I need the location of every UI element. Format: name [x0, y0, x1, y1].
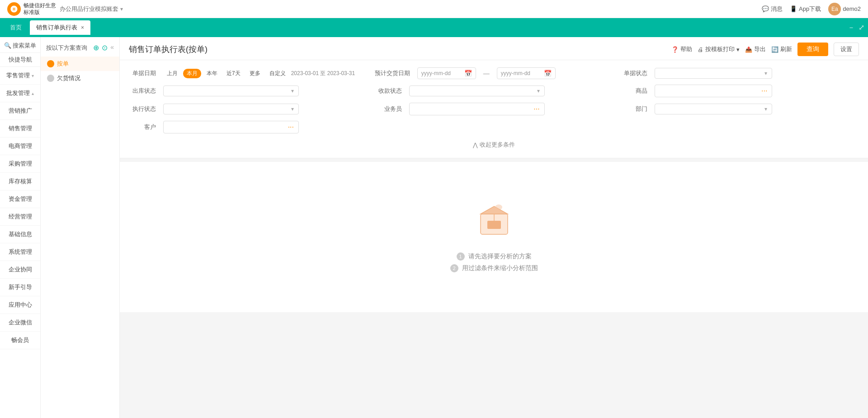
empty-state: 1 请先选择要分析的方案 2 用过滤条件来缩小分析范围: [120, 162, 868, 312]
more-icon[interactable]: ···: [761, 87, 767, 95]
filter-row-4: 客户 ···: [129, 121, 859, 133]
query-button[interactable]: 查询: [797, 43, 828, 56]
page-title: 销售订单执行表(按单): [129, 44, 208, 55]
tab-sales-exec[interactable]: 销售订单执行表 ×: [30, 20, 90, 35]
sidebar-item-finance[interactable]: 资金管理: [0, 190, 40, 208]
tab-home[interactable]: 首页: [4, 20, 28, 35]
filter-group-payment: 收款状态 ▾: [375, 86, 613, 96]
doc-status-select[interactable]: ▾: [655, 68, 772, 79]
export-icon: 📤: [745, 46, 752, 53]
user-nav-item[interactable]: Ea demo2: [828, 3, 861, 15]
avatar: Ea: [828, 3, 841, 15]
date-to-placeholder: yyyy-mm-dd: [501, 70, 530, 76]
date-tab-lastmonth[interactable]: 上月: [163, 69, 181, 78]
top-bar-left: 畅捷信好生意 标准版 办公用品行业模拟账套 ▾: [7, 2, 123, 16]
date-tab-thismonth[interactable]: 本月: [183, 69, 201, 78]
sidebar-item-ecommerce[interactable]: 电商管理: [0, 138, 40, 155]
filter-group-date: 单据日期 上月 本月 本年 近7天 更多 自定义 2023-03-01 至 20…: [129, 69, 368, 78]
breadcrumb[interactable]: 办公用品行业模拟账套 ▾: [60, 5, 123, 13]
export-button[interactable]: 📤 导出: [745, 45, 766, 53]
date-tab-more[interactable]: 更多: [246, 69, 264, 78]
tab-bar-actions: － ⤢: [848, 23, 864, 33]
exec-status-select[interactable]: ▾: [163, 104, 299, 114]
sidebar-item-purchase[interactable]: 采购管理: [0, 155, 40, 173]
salesperson-select[interactable]: ···: [409, 103, 545, 115]
help-button[interactable]: ❓ 帮助: [671, 45, 692, 53]
sidebar-item-basic[interactable]: 基础信息: [0, 226, 40, 243]
chevron-icon: ▾: [32, 73, 34, 78]
sidebar-item-inventory[interactable]: 库存核算: [0, 173, 40, 190]
app-download-nav-item[interactable]: 📱 App下载: [790, 5, 821, 13]
sidebar-item-retail[interactable]: 零售管理 ▾: [0, 67, 40, 85]
chevron-down-icon: ▾: [291, 88, 294, 94]
exec-label: 执行状态: [129, 105, 156, 113]
sidebar-item-appstore[interactable]: 应用中心: [0, 296, 40, 314]
collapse-button[interactable]: ⋀ 收起更多条件: [129, 139, 859, 151]
goods-label: 商品: [620, 87, 647, 95]
maximize-icon[interactable]: ⤢: [859, 23, 864, 33]
help-icon: ❓: [671, 46, 679, 53]
sidebar-item-newbie[interactable]: 新手引导: [0, 279, 40, 296]
goods-select[interactable]: ···: [655, 85, 772, 97]
svg-rect-2: [487, 221, 501, 229]
predict-date-to-input[interactable]: yyyy-mm-dd 📅: [497, 67, 556, 79]
date-tab-custom[interactable]: 自定义: [266, 69, 289, 78]
settings-scheme-icon[interactable]: ⊙: [102, 43, 108, 52]
sidebar-search[interactable]: 🔍 搜索菜单: [0, 37, 40, 53]
sidebar-item-member[interactable]: 畅会员: [0, 332, 40, 349]
dept-select[interactable]: ▾: [655, 104, 772, 114]
top-bar: 畅捷信好生意 标准版 办公用品行业模拟账套 ▾ 💬 消息 📱 App下载 Ea …: [0, 0, 868, 18]
date-separator: —: [483, 70, 490, 77]
sidebar-item-operation[interactable]: 经营管理: [0, 208, 40, 226]
filter-group-doc-status: 单据状态 ▾: [620, 68, 859, 79]
date-tabs: 上月 本月 本年 近7天 更多 自定义: [163, 69, 289, 78]
sidebar-item-enterprise[interactable]: 企业协同: [0, 261, 40, 279]
sidebar-item-sales[interactable]: 销售管理: [0, 120, 40, 138]
filter-group-salesperson: 业务员 ···: [375, 103, 613, 115]
more-icon-3[interactable]: ···: [288, 123, 294, 131]
predict-date-label: 预计交货日期: [375, 69, 410, 77]
message-icon: 💬: [762, 5, 769, 12]
settings-button[interactable]: 设置: [834, 43, 859, 56]
sidebar-quicknav[interactable]: 快捷导航: [0, 53, 40, 67]
date-range-display: 2023-03-01 至 2023-03-31: [291, 70, 355, 77]
chevron-down-icon: ▾: [120, 6, 123, 12]
left-panel-item-debt[interactable]: 欠货情况: [41, 71, 119, 86]
collapse-panel-icon[interactable]: «: [110, 43, 114, 52]
date-tab-7days[interactable]: 近7天: [223, 69, 244, 78]
add-scheme-icon[interactable]: ⊕: [93, 43, 99, 52]
sidebar-item-marketing[interactable]: 营销推广: [0, 102, 40, 120]
print-button[interactable]: 🖨 按模板打印 ▾: [698, 45, 740, 53]
date-label: 单据日期: [129, 69, 156, 77]
minimize-icon[interactable]: －: [848, 23, 855, 33]
chevron-down-icon: ▾: [537, 88, 540, 94]
outbound-status-select[interactable]: ▾: [163, 86, 299, 96]
title-actions: ❓ 帮助 🖨 按模板打印 ▾ 📤 导出 🔄 刷新: [671, 43, 859, 56]
active-dot: [47, 60, 54, 67]
sidebar-item-wechat[interactable]: 企业微信: [0, 314, 40, 332]
date-tab-thisyear[interactable]: 本年: [203, 69, 221, 78]
close-icon[interactable]: ×: [81, 24, 84, 31]
sidebar-item-wholesale[interactable]: 批发管理 ▴: [0, 85, 40, 102]
salesperson-label: 业务员: [375, 105, 402, 113]
message-nav-item[interactable]: 💬 消息: [762, 5, 783, 13]
left-panel-item-anpress[interactable]: 按单: [41, 57, 119, 71]
date-tabs-control: 上月 本月 本年 近7天 更多 自定义 2023-03-01 至 2023-03…: [163, 69, 355, 78]
predict-date-from-input[interactable]: yyyy-mm-dd 📅: [417, 67, 476, 79]
payment-status-select[interactable]: ▾: [409, 86, 545, 96]
logo-text: 畅捷信好生意 标准版: [24, 2, 56, 15]
dept-label: 部门: [620, 105, 647, 113]
page-title-bar: 销售订单执行表(按单) ❓ 帮助 🖨 按模板打印 ▾ 📤 导出: [120, 37, 868, 60]
more-icon-2[interactable]: ···: [533, 105, 539, 113]
chevron-down-icon: ▾: [764, 70, 767, 76]
content-area: 按以下方案查询 ⊕ ⊙ « 按单 欠货情况 销售订单执行表(按单): [41, 37, 868, 418]
tab-bar: 首页 销售订单执行表 × － ⤢: [0, 18, 868, 37]
left-panel-icons: ⊕ ⊙ «: [93, 43, 114, 52]
filter-row-3: 执行状态 ▾ 业务员 ··· 部门 ▾: [129, 103, 859, 115]
doc-status-label: 单据状态: [620, 69, 647, 77]
customer-label: 客户: [129, 123, 156, 131]
refresh-button[interactable]: 🔄 刷新: [771, 45, 792, 53]
sidebar-item-system[interactable]: 系统管理: [0, 243, 40, 261]
customer-select[interactable]: ···: [163, 121, 299, 133]
filter-group-outbound: 出库状态 ▾: [129, 86, 368, 96]
